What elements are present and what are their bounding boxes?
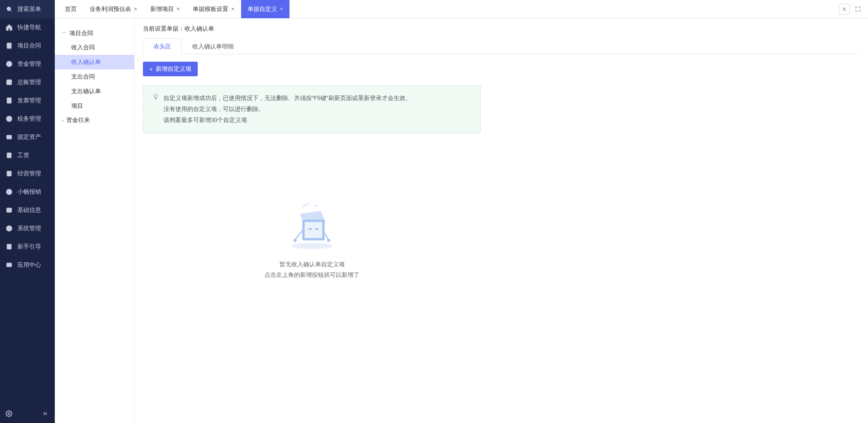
info-line: 该档案最多可新增30个自定义项 xyxy=(163,115,411,126)
sidebar-item-label: 项目合同 xyxy=(17,42,41,50)
sidebar-item-4[interactable]: 总账管理 xyxy=(0,73,55,91)
sidebar: 搜索菜单快捷导航项目合同资金管理总账管理发票管理税务管理固定资产工资经营管理小畅… xyxy=(0,0,55,423)
sidebar-bottom xyxy=(0,406,55,423)
sidebar-item-8[interactable]: 工资 xyxy=(0,146,55,164)
svg-rect-13 xyxy=(7,263,12,267)
tabs-bar: 首页业务利润预估表×新增项目×单据模板设置×单据自定义× xyxy=(55,0,868,18)
search-icon xyxy=(5,5,13,13)
sidebar-item-1[interactable]: 快捷导航 xyxy=(0,18,55,37)
tab-close-icon[interactable]: × xyxy=(231,5,235,12)
chevron-down-icon: ﹀ xyxy=(62,30,67,37)
tab-label: 单据自定义 xyxy=(247,5,277,13)
empty-illustration-icon xyxy=(280,197,344,252)
sidebar-item-label: 新手引导 xyxy=(17,243,41,251)
empty-state: 暂无收入确认单自定义项 点击左上角的新增按钮就可以新增了 xyxy=(143,133,481,280)
sidebar-item-label: 税务管理 xyxy=(17,115,41,123)
subtab-0[interactable]: 表头区 xyxy=(143,38,182,54)
tab-2[interactable]: 新增项目× xyxy=(144,0,187,18)
sidebar-item-label: 基础信息 xyxy=(17,206,41,214)
biz-icon xyxy=(5,170,13,177)
tab-4[interactable]: 单据自定义× xyxy=(241,0,290,18)
sidebar-item-2[interactable]: 项目合同 xyxy=(0,37,55,55)
doc-icon xyxy=(5,42,13,49)
svg-point-0 xyxy=(7,7,11,11)
tree-child-0-2[interactable]: 支出合同 xyxy=(55,69,134,84)
ledger-icon xyxy=(5,79,13,86)
sidebar-item-14[interactable]: 应用中心 xyxy=(0,256,55,274)
main-panel: 当前设置单据：收入确认单 表头区收入确认单明细 + 新增自定义项 自定义项新增成… xyxy=(135,18,868,423)
sidebar-item-label: 小畅报销 xyxy=(17,188,41,196)
tab-label: 首页 xyxy=(65,5,77,13)
sidebar-item-13[interactable]: 新手引导 xyxy=(0,238,55,256)
tree-group-0[interactable]: ﹀项目合同 xyxy=(55,26,134,40)
tab-close-icon[interactable]: × xyxy=(134,5,137,12)
svg-rect-21 xyxy=(315,228,318,230)
svg-point-23 xyxy=(327,239,330,242)
sidebar-item-10[interactable]: 小畅报销 xyxy=(0,183,55,201)
collapse-sidebar-icon[interactable] xyxy=(42,410,49,418)
info-box: 自定义项新增成功后，已使用情况下，无法删除。并须按“F5键”刷新页面或重新登录才… xyxy=(143,85,481,133)
tree-child-0-4[interactable]: 项目 xyxy=(55,99,134,113)
tree-child-0-1[interactable]: 收入确认单 xyxy=(55,55,134,69)
invoice-icon xyxy=(5,97,13,104)
sidebar-item-label: 固定资产 xyxy=(17,133,41,141)
sidebar-item-label: 经营管理 xyxy=(17,169,41,178)
svg-rect-15 xyxy=(44,412,44,416)
expense-icon xyxy=(5,188,13,196)
close-tabs-button[interactable] xyxy=(839,4,850,15)
sidebar-item-0[interactable]: 搜索菜单 xyxy=(0,0,55,18)
salary-icon xyxy=(5,152,13,159)
tab-3[interactable]: 单据模板设置× xyxy=(186,0,241,18)
sidebar-item-6[interactable]: 税务管理 xyxy=(0,110,55,128)
svg-point-16 xyxy=(291,243,333,249)
sidebar-item-label: 资金管理 xyxy=(17,60,41,68)
tree-child-0-3[interactable]: 支出确认单 xyxy=(55,84,134,99)
svg-rect-19 xyxy=(305,222,322,238)
tab-label: 业务利润预估表 xyxy=(89,5,131,13)
sidebar-item-5[interactable]: 发票管理 xyxy=(0,91,55,110)
sidebar-item-label: 应用中心 xyxy=(17,261,41,269)
money-icon xyxy=(5,60,13,68)
sidebar-item-3[interactable]: 资金管理 xyxy=(0,55,55,73)
tax-icon xyxy=(5,115,13,122)
home-icon xyxy=(5,24,13,31)
tree-panel: ﹀项目合同收入合同收入确认单支出合同支出确认单项目›资金往来 xyxy=(55,18,135,423)
add-custom-field-button[interactable]: + 新增自定义项 xyxy=(143,62,198,76)
plus-icon: + xyxy=(149,66,153,73)
sidebar-item-12[interactable]: 系统管理 xyxy=(0,219,55,238)
sidebar-item-label: 发票管理 xyxy=(17,96,41,105)
tab-close-icon[interactable]: × xyxy=(177,5,180,12)
sidebar-item-11[interactable]: 基础信息 xyxy=(0,201,55,219)
sidebar-item-label: 快捷导航 xyxy=(17,23,41,32)
fullscreen-button[interactable] xyxy=(852,4,863,15)
info-line: 自定义项新增成功后，已使用情况下，无法删除。并须按“F5键”刷新页面或重新登录才… xyxy=(163,93,411,104)
tree-group-label: 资金往来 xyxy=(66,116,90,124)
sidebar-item-7[interactable]: 固定资产 xyxy=(0,128,55,146)
tab-close-icon[interactable]: × xyxy=(280,5,284,12)
info-line: 没有使用的自定义项，可以进行删除。 xyxy=(163,104,411,115)
tree-group-label: 项目合同 xyxy=(69,29,93,37)
tab-label: 新增项目 xyxy=(150,5,174,13)
sidebar-item-9[interactable]: 经营管理 xyxy=(0,164,55,183)
app-icon xyxy=(5,261,13,269)
current-doc-label: 当前设置单据：收入确认单 xyxy=(143,25,860,33)
tab-0[interactable]: 首页 xyxy=(58,0,83,18)
empty-text-line: 暂无收入确认单自定义项 xyxy=(264,259,359,270)
tab-1[interactable]: 业务利润预估表× xyxy=(83,0,144,18)
subtab-1[interactable]: 收入确认单明细 xyxy=(182,38,244,54)
base-icon xyxy=(5,206,13,214)
settings-icon[interactable] xyxy=(5,410,12,418)
tab-label: 单据模板设置 xyxy=(193,5,228,13)
svg-rect-3 xyxy=(7,80,12,85)
chevron-right-icon: › xyxy=(62,118,63,123)
tree-child-0-0[interactable]: 收入合同 xyxy=(55,40,134,55)
subtabs: 表头区收入确认单明细 xyxy=(143,38,860,54)
sidebar-item-label: 系统管理 xyxy=(17,224,41,233)
svg-point-14 xyxy=(8,413,10,415)
svg-point-22 xyxy=(294,239,297,242)
empty-text-line: 点击左上角的新增按钮就可以新增了 xyxy=(264,270,359,280)
guide-icon xyxy=(5,243,13,250)
svg-point-5 xyxy=(6,116,12,122)
tree-group-1[interactable]: ›资金往来 xyxy=(55,113,134,127)
sidebar-item-label: 工资 xyxy=(17,151,29,159)
